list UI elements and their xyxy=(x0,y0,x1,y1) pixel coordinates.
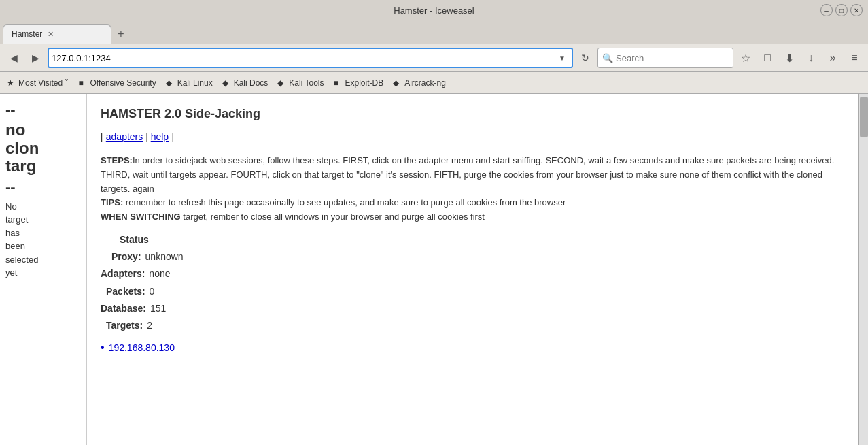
bookmark-label: Kali Tools xyxy=(289,78,324,88)
main-content: HAMSTER 2.0 Side-Jacking [ adapters | he… xyxy=(87,94,858,445)
navigation-bar: ◀ ▶ ▼ ↻ 🔍 ☆ □ ⬇ ↓ » ≡ xyxy=(0,44,868,72)
bookmark-kali-tools[interactable]: ◆ Kali Tools xyxy=(273,77,328,89)
overflow-button[interactable]: » xyxy=(823,48,842,67)
download-button[interactable]: ↓ xyxy=(801,48,820,67)
steps-text: In order to sidejack web sessions, follo… xyxy=(101,155,834,194)
tab-label: Hamster xyxy=(12,29,42,39)
targets-value: 2 xyxy=(147,317,152,334)
steps-label: STEPS: xyxy=(101,155,133,165)
bookmark-offensive-security[interactable]: ■ Offensive Security xyxy=(74,77,160,89)
most-visited-icon: ★ xyxy=(7,78,16,88)
bookmark-label: Kali Linux xyxy=(177,78,213,88)
sidebar-dashes-top: -- xyxy=(5,101,81,118)
address-bar[interactable] xyxy=(52,53,555,63)
bullet-icon: • xyxy=(101,340,105,356)
adapters-label: Adapters: xyxy=(101,265,145,282)
packets-label: Packets: xyxy=(106,283,145,300)
scrollbar[interactable] xyxy=(858,94,868,445)
close-button[interactable]: ✕ xyxy=(850,4,863,16)
browser-tab[interactable]: Hamster ✕ xyxy=(3,24,111,44)
sidebar-no-target-text: Notargethasbeenselectedyet xyxy=(5,200,81,280)
targets-row: Targets: 2 xyxy=(106,317,845,334)
sidebar-dashes-bottom: -- xyxy=(5,178,81,196)
packets-row: Packets: 0 xyxy=(106,283,845,300)
proxy-row: Proxy: unknown xyxy=(111,248,845,265)
sidebar-clon-label: clon xyxy=(5,139,81,157)
bookmark-label: Exploit-DB xyxy=(345,78,384,88)
menu-button[interactable]: ≡ xyxy=(845,48,864,67)
bookmarks-bar: ★ Most Visited ˅ ■ Offensive Security ◆ … xyxy=(0,72,868,94)
sidebar-no-label: no xyxy=(5,121,81,139)
ip-row: • 192.168.80.130 xyxy=(101,340,845,356)
steps-section: STEPS:In order to sidejack web sessions,… xyxy=(101,154,845,225)
forward-button[interactable]: ▶ xyxy=(26,48,45,67)
links-line: [ adapters | help ] xyxy=(101,130,845,144)
address-bar-container: ▼ xyxy=(48,48,573,68)
offensive-security-icon: ■ xyxy=(78,78,88,88)
sidebar: -- no clon targ -- Notargethasbeenselect… xyxy=(0,94,87,445)
tips-label: TIPS: xyxy=(101,197,123,208)
new-tab-button[interactable]: + xyxy=(113,26,129,42)
bookmark-aircrack-ng[interactable]: ◆ Aircrack-ng xyxy=(389,77,450,89)
back-button[interactable]: ◀ xyxy=(4,48,23,67)
proxy-value: unknown xyxy=(145,248,184,265)
packets-value: 0 xyxy=(150,283,155,300)
adapters-row: Adapters: none xyxy=(101,265,845,282)
bookmark-label: Kali Docs xyxy=(234,78,268,88)
tab-bar: Hamster ✕ + xyxy=(0,20,868,44)
reload-button[interactable]: ↻ xyxy=(576,48,595,67)
bookmark-star-button[interactable]: ☆ xyxy=(736,48,755,67)
switching-label: WHEN SWITCHING xyxy=(101,212,181,222)
minimize-button[interactable]: – xyxy=(820,4,833,16)
pocket-button[interactable]: ⬇ xyxy=(780,48,799,67)
title-bar: Hamster - Iceweasel – □ ✕ xyxy=(0,0,868,20)
bookmark-label: Aircrack-ng xyxy=(404,78,446,88)
kali-tools-icon: ◆ xyxy=(277,78,287,88)
tab-close-button[interactable]: ✕ xyxy=(48,30,54,39)
search-bar-container: 🔍 xyxy=(597,48,733,68)
kali-docs-icon: ◆ xyxy=(222,78,232,88)
help-link[interactable]: help xyxy=(151,131,169,142)
proxy-label: Proxy: xyxy=(111,248,141,265)
window-controls: – □ ✕ xyxy=(820,4,863,16)
switching-text: target, rember to close all windows in y… xyxy=(181,212,485,222)
page-heading: HAMSTER 2.0 Side-Jacking xyxy=(101,105,845,123)
ip-link[interactable]: 192.168.80.130 xyxy=(109,341,175,355)
bookmark-kali-linux[interactable]: ◆ Kali Linux xyxy=(162,77,217,89)
search-icon: 🔍 xyxy=(602,53,613,63)
status-section: Status Proxy: unknown Adapters: none Pac… xyxy=(101,231,845,334)
bookmark-label: Offensive Security xyxy=(90,78,156,88)
adapters-link[interactable]: adapters xyxy=(106,131,143,142)
window-title: Hamster - Iceweasel xyxy=(394,5,474,16)
toolbar-icons: ☆ □ ⬇ ↓ » ≡ xyxy=(736,48,864,67)
content-area: -- no clon targ -- Notargethasbeenselect… xyxy=(0,94,868,445)
tips-text: remember to refresh this page occasoinal… xyxy=(123,197,566,208)
database-label: Database: xyxy=(101,300,146,317)
targets-label: Targets: xyxy=(106,317,143,334)
bookmark-label: Most Visited ˅ xyxy=(18,78,69,88)
kali-linux-icon: ◆ xyxy=(166,78,175,88)
maximize-button[interactable]: □ xyxy=(835,4,848,16)
status-title: Status xyxy=(120,231,845,248)
bookmark-exploit-db[interactable]: ■ Exploit-DB xyxy=(330,77,388,89)
adapters-value: none xyxy=(149,265,170,282)
bookmark-kali-docs[interactable]: ◆ Kali Docs xyxy=(218,77,273,89)
exploit-db-icon: ■ xyxy=(334,78,343,88)
search-input[interactable] xyxy=(616,53,718,63)
sidebar-targ-label: targ xyxy=(5,157,81,175)
aircrack-ng-icon: ◆ xyxy=(393,78,402,88)
address-dropdown-button[interactable]: ▼ xyxy=(555,48,569,67)
scrollbar-thumb[interactable] xyxy=(860,97,868,137)
bookmark-most-visited[interactable]: ★ Most Visited ˅ xyxy=(3,77,73,89)
database-value: 151 xyxy=(150,300,166,317)
database-row: Database: 151 xyxy=(101,300,845,317)
reading-view-button[interactable]: □ xyxy=(758,48,777,67)
